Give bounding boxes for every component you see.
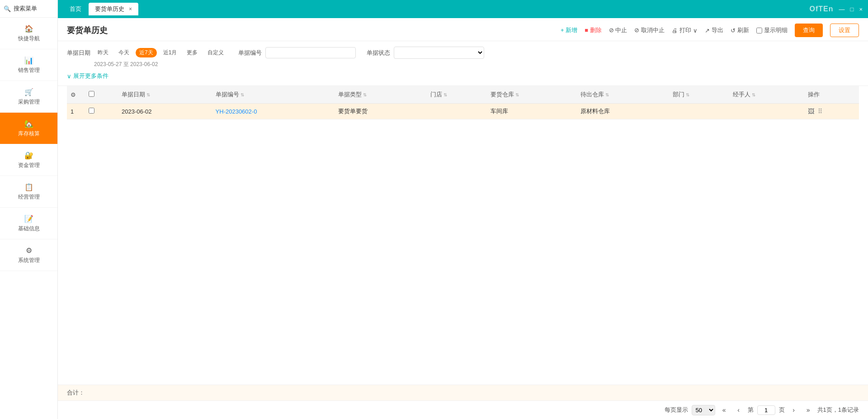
export-label: 导出 xyxy=(712,26,723,34)
th-req-warehouse[interactable]: 要货仓库⇅ xyxy=(487,86,577,104)
page-title: 要货单历史 xyxy=(67,25,108,36)
date-btn-today[interactable]: 今天 xyxy=(115,48,133,57)
sidebar-item-sales[interactable]: 📊 销售管理 xyxy=(0,49,57,81)
th-order-no[interactable]: 单据编号⇅ xyxy=(212,86,335,104)
order-no-link[interactable]: YH-20230602-0 xyxy=(216,108,257,115)
cell-action: 🖼 ⠿ xyxy=(804,104,859,119)
setting-button[interactable]: 设置 xyxy=(830,24,859,37)
tab-close-icon[interactable]: × xyxy=(129,6,132,12)
page-size-select[interactable]: 10 20 50 100 xyxy=(692,405,715,415)
cell-store xyxy=(427,104,487,119)
chart-icon: 📊 xyxy=(24,56,33,65)
date-btn-yesterday[interactable]: 昨天 xyxy=(94,48,112,57)
sidebar-item-label: 销售管理 xyxy=(18,67,40,74)
sidebar-item-basic[interactable]: 📝 基础信息 xyxy=(0,208,57,239)
gear-icon: ⚙ xyxy=(24,246,33,255)
tab-active-label: 要货单历史 xyxy=(95,5,124,13)
cancel-stop-button[interactable]: ⊘ 取消中止 xyxy=(634,26,665,34)
th-dept[interactable]: 部门⇅ xyxy=(669,86,729,104)
next-page-btn[interactable]: › xyxy=(788,405,799,415)
th-handler[interactable]: 经手人⇅ xyxy=(729,86,804,104)
more-action-icon[interactable]: ⠿ xyxy=(818,108,822,115)
sidebar-item-quick-nav[interactable]: 🏠 快捷导航 xyxy=(0,18,57,49)
pagination: 每页显示 10 20 50 100 « ‹ 第 页 › » 共1页，1条记录 xyxy=(58,400,868,419)
date-range-options: 昨天 今天 近7天 近1月 更多 自定义 xyxy=(94,48,227,57)
cell-pending-warehouse: 原材料仓库 xyxy=(577,104,669,119)
total-info: 共1页，1条记录 xyxy=(817,406,859,414)
sidebar-item-system[interactable]: ⚙ 系统管理 xyxy=(0,239,57,271)
date-btn-more[interactable]: 更多 xyxy=(183,48,201,57)
sidebar-item-finance[interactable]: 🔐 资金管理 xyxy=(0,144,57,176)
window-maximize-btn[interactable]: □ xyxy=(850,6,854,13)
topbar: 首页 要货单历史 × OfTEn — □ × xyxy=(58,0,868,18)
sidebar-item-label: 库存核算 xyxy=(18,130,40,138)
th-pending-warehouse[interactable]: 待出仓库⇅ xyxy=(577,86,669,104)
cell-req-warehouse: 车间库 xyxy=(487,104,577,119)
sidebar-item-label: 经营管理 xyxy=(18,193,40,201)
tab-home-label: 首页 xyxy=(70,5,81,13)
table-row: 1 2023-06-02 YH-20230602-0 要货单要货 车间库 原材料… xyxy=(67,104,859,119)
sidebar-search[interactable]: 🔍 搜索菜单 xyxy=(0,0,57,18)
display-detail-checkbox[interactable] xyxy=(756,28,762,33)
date-btn-custom[interactable]: 自定义 xyxy=(204,48,227,57)
filter-row: 单据日期 昨天 今天 近7天 近1月 更多 自定义 单据编号 单据状态 xyxy=(67,47,859,59)
select-all-checkbox[interactable] xyxy=(89,91,94,97)
home-icon: 🏠 xyxy=(24,24,33,33)
sidebar-item-label: 采购管理 xyxy=(18,98,40,106)
th-action: 操作 xyxy=(804,86,859,104)
toolbar: + 新增 ■ 删除 ⊘ 中止 ⊘ 取消中止 🖨 打印 ∨ ↗ 导出 ↺ 刷新 xyxy=(561,24,859,37)
th-store[interactable]: 门店⇅ xyxy=(427,86,487,104)
date-btn-1month[interactable]: 近1月 xyxy=(160,48,181,57)
delete-button[interactable]: ■ 删除 xyxy=(585,26,601,34)
first-page-btn[interactable]: « xyxy=(719,405,730,415)
prev-page-btn[interactable]: ‹ xyxy=(733,405,744,415)
page-suffix: 页 xyxy=(779,406,785,414)
add-button[interactable]: + 新增 xyxy=(561,26,577,34)
print-label: 打印 xyxy=(679,26,691,34)
page-number-input[interactable] xyxy=(757,405,775,415)
window-minimize-btn[interactable]: — xyxy=(839,6,845,13)
brand-label: OfTEn xyxy=(810,5,834,13)
page-label: 第 xyxy=(748,406,754,414)
export-icon: ↗ xyxy=(705,27,710,34)
print-dropdown-icon[interactable]: ∨ xyxy=(693,27,698,34)
cell-index: 1 xyxy=(67,104,85,119)
sidebar-search-label: 搜索菜单 xyxy=(14,5,37,13)
sidebar-item-purchase[interactable]: 🛒 采购管理 xyxy=(0,81,57,113)
last-page-btn[interactable]: » xyxy=(803,405,814,415)
main-area: 首页 要货单历史 × OfTEn — □ × 要货单历史 + 新增 ■ 删除 ⊘… xyxy=(58,0,868,419)
clipboard-icon: 📋 xyxy=(24,182,33,191)
date-filter: 单据日期 昨天 今天 近7天 近1月 更多 自定义 xyxy=(67,48,227,57)
print-icon: 🖨 xyxy=(672,27,678,34)
print-button[interactable]: 🖨 打印 ∨ xyxy=(672,26,698,34)
th-type[interactable]: 单据类型⇅ xyxy=(335,86,427,104)
page-size-label: 每页显示 xyxy=(665,406,688,414)
display-toggle[interactable]: 显示明细 xyxy=(756,26,788,34)
row-checkbox[interactable] xyxy=(89,108,94,114)
tab-home[interactable]: 首页 xyxy=(63,3,88,15)
cell-checkbox[interactable] xyxy=(85,104,118,119)
order-no-label: 单据编号 xyxy=(238,49,262,57)
expand-more-btn[interactable]: ∨ 展开更多条件 xyxy=(67,72,859,80)
stop-button[interactable]: ⊘ 中止 xyxy=(609,26,627,34)
data-table: ⚙ 单据日期⇅ 单据编号⇅ 单据类型⇅ 门店⇅ xyxy=(67,86,859,119)
date-btn-7days[interactable]: 近7天 xyxy=(136,48,157,57)
status-select[interactable] xyxy=(394,47,484,59)
order-no-input[interactable] xyxy=(265,47,356,58)
cell-dept xyxy=(669,104,729,119)
th-settings[interactable]: ⚙ xyxy=(67,86,85,104)
tab-active[interactable]: 要货单历史 × xyxy=(89,3,138,15)
sidebar-item-operations[interactable]: 📋 经营管理 xyxy=(0,176,57,208)
window-close-btn[interactable]: × xyxy=(859,6,863,13)
date-range-text: 2023-05-27 至 2023-06-02 xyxy=(94,61,859,68)
query-button[interactable]: 查询 xyxy=(795,24,823,37)
cell-order-no: YH-20230602-0 xyxy=(212,104,335,119)
refresh-label: 刷新 xyxy=(737,26,749,34)
th-date[interactable]: 单据日期⇅ xyxy=(118,86,212,104)
cell-type: 要货单要货 xyxy=(335,104,427,119)
search-icon: 🔍 xyxy=(4,5,11,12)
sidebar-item-inventory[interactable]: 🏡 库存核算 xyxy=(0,113,57,144)
export-button[interactable]: ↗ 导出 xyxy=(705,26,723,34)
refresh-button[interactable]: ↺ 刷新 xyxy=(731,26,749,34)
view-action-icon[interactable]: 🖼 xyxy=(808,108,814,115)
